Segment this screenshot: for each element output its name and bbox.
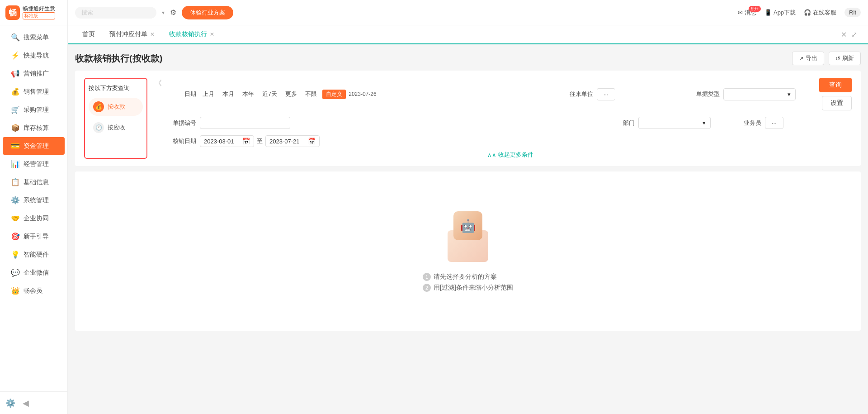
nav-label-7: 经营管理 <box>24 160 49 168</box>
message-icon: ✉ <box>738 9 743 16</box>
logo-icon: 畅 <box>5 5 20 20</box>
no-limit-btn[interactable]: 不限 <box>302 89 320 99</box>
nav-label-13: 企业微信 <box>24 269 49 277</box>
page-content: 收款核销执行(按收款) ↗ 导出 ↺ 刷新 按以下方案查询 💰 按收款 <box>68 44 868 414</box>
sidebar-item-10[interactable]: 🤝企业协同 <box>3 209 65 227</box>
sidebar-item-7[interactable]: 📊经营管理 <box>3 155 65 173</box>
sidebar-item-5[interactable]: 📦库存核算 <box>3 119 65 137</box>
app-download-btn[interactable]: 📱 App下载 <box>764 9 796 17</box>
nav-label-4: 采购管理 <box>24 106 49 114</box>
tab-2[interactable]: 收款核销执行✕ <box>162 25 222 44</box>
collapse-more-btn[interactable]: ∧∧ 收起更多条件 <box>169 151 852 159</box>
empty-hints: 1 请先选择要分析的方案 2 用[过滤]条件来缩小分析范围 <box>423 273 513 295</box>
filter-by-receivable[interactable]: 🕐 按应收 <box>89 119 143 137</box>
gear-icon[interactable]: ⚙ <box>170 8 176 17</box>
calendar-start-icon[interactable]: 📅 <box>242 138 250 145</box>
tab-0[interactable]: 首页 <box>75 25 102 44</box>
nav-label-14: 畅会员 <box>24 287 42 295</box>
filter-collapse-icon[interactable]: 《 <box>155 79 162 88</box>
online-service-btn[interactable]: 🎧 在线客服 <box>804 9 836 17</box>
settings-btn[interactable]: 设置 <box>822 96 852 110</box>
nav-label-0: 搜索菜单 <box>24 33 49 42</box>
sidebar-item-12[interactable]: 💡智能硬件 <box>3 246 65 263</box>
date-value: 2023-07-26 <box>349 91 376 97</box>
dept-select[interactable]: ▾ <box>638 117 711 129</box>
this-year-btn[interactable]: 本年 <box>240 89 257 99</box>
nav-label-9: 系统管理 <box>24 196 49 205</box>
filter-actions: 查询 设置 <box>819 78 852 110</box>
close-window-icon[interactable]: ✕ <box>841 30 847 39</box>
page-title-bar: 收款核销执行(按收款) ↗ 导出 ↺ 刷新 <box>75 52 861 65</box>
counterpart-label: 往来单位 <box>557 90 593 98</box>
filter-receipt-label: 按收款 <box>108 103 125 111</box>
sidebar-item-9[interactable]: ⚙️系统管理 <box>3 191 65 209</box>
tab-close-1[interactable]: ✕ <box>150 31 155 38</box>
logo-name: 畅捷通好生意 <box>23 5 55 13</box>
voucher-no-input[interactable] <box>200 117 290 129</box>
header-actions: ✉ 消息 99+ 📱 App下载 🎧 在线客服 Rit <box>738 8 861 17</box>
nav-label-12: 智能硬件 <box>24 251 49 259</box>
tab-bar: 首页预付冲应付单✕收款核销执行✕ ✕ ⤢ <box>68 25 868 44</box>
verify-date-start-input[interactable]: 2023-03-01 📅 <box>200 135 254 147</box>
title-actions: ↗ 导出 ↺ 刷新 <box>792 52 861 65</box>
sidebar: 畅 畅捷通好生意 标准版 🔍搜索菜单⚡快捷导航📢营销推广💰销售管理🛒采购管理📦库… <box>0 0 68 414</box>
nav-icon-1: ⚡ <box>11 51 20 60</box>
nav-icon-0: 🔍 <box>11 33 20 42</box>
tab-1[interactable]: 预付冲应付单✕ <box>102 25 162 44</box>
sidebar-item-0[interactable]: 🔍搜索菜单 <box>3 29 65 46</box>
maximize-icon[interactable]: ⤢ <box>851 30 857 39</box>
filter-row-2: 单据编号 部门 ▾ 业务员 ··· <box>169 117 852 129</box>
page-title: 收款核销执行(按收款) <box>75 52 162 65</box>
chevron-down-icon[interactable]: ▾ <box>162 10 165 16</box>
filter-panel-title: 按以下方案查询 <box>89 84 143 92</box>
export-btn[interactable]: ↗ 导出 <box>792 52 824 65</box>
collapse-sidebar-icon[interactable]: ◀ <box>23 398 29 408</box>
sidebar-item-13[interactable]: 💬企业微信 <box>3 264 65 281</box>
verify-date-end-input[interactable]: 2023-07-21 📅 <box>265 135 320 147</box>
verify-date-label: 核销日期 <box>169 137 196 145</box>
voucher-type-select[interactable]: ▾ <box>723 88 796 100</box>
last-month-btn[interactable]: 上月 <box>200 89 217 99</box>
refresh-label: 刷新 <box>842 54 854 62</box>
sidebar-item-3[interactable]: 💰销售管理 <box>3 83 65 100</box>
query-btn[interactable]: 查询 <box>819 78 852 92</box>
voucher-type-label: 单据类型 <box>684 90 720 98</box>
counterpart-input[interactable]: ··· <box>597 88 615 100</box>
industry-btn[interactable]: 休验行业方案 <box>182 6 233 19</box>
nav-label-6: 资金管理 <box>24 142 49 150</box>
nav-label-5: 库存核算 <box>24 124 49 132</box>
hint-num-2: 2 <box>423 284 431 292</box>
user-avatar[interactable]: Rit <box>844 8 861 17</box>
nav-icon-3: 💰 <box>11 87 20 96</box>
dept-arrow-icon: ▾ <box>703 119 706 126</box>
hint-num-1: 1 <box>423 273 431 281</box>
nav-icon-8: 📋 <box>11 178 20 186</box>
sidebar-item-14[interactable]: 👑畅会员 <box>3 282 65 300</box>
sidebar-item-11[interactable]: 🎯新手引导 <box>3 228 65 245</box>
sidebar-item-6[interactable]: 💳资金管理 <box>3 137 65 155</box>
filter-by-receipt[interactable]: 💰 按收款 <box>89 98 143 116</box>
this-month-btn[interactable]: 本月 <box>220 89 237 99</box>
sidebar-item-8[interactable]: 📋基础信息 <box>3 173 65 191</box>
settings-icon[interactable]: ⚙️ <box>5 398 15 408</box>
tab-close-2[interactable]: ✕ <box>210 31 214 38</box>
empty-illustration: 🤖 <box>441 208 495 262</box>
verify-date-range: 2023-03-01 📅 至 2023-07-21 📅 <box>200 135 320 147</box>
nav-icon-11: 🎯 <box>11 232 20 241</box>
date-label: 日期 <box>169 90 196 98</box>
last-7-days-btn[interactable]: 近7天 <box>259 89 280 99</box>
nav-label-1: 快捷导航 <box>24 52 49 60</box>
message-btn[interactable]: ✉ 消息 99+ <box>738 9 756 17</box>
sidebar-item-2[interactable]: 📢营销推广 <box>3 65 65 82</box>
calendar-end-icon[interactable]: 📅 <box>308 138 316 145</box>
header-search[interactable]: 搜索 <box>75 7 156 19</box>
sidebar-item-1[interactable]: ⚡快捷导航 <box>3 47 65 64</box>
counterpart-field: 往来单位 ··· <box>557 88 675 100</box>
refresh-btn[interactable]: ↺ 刷新 <box>829 52 861 65</box>
nav-label-3: 销售管理 <box>24 88 49 96</box>
staff-input[interactable]: ··· <box>765 117 783 129</box>
more-btn[interactable]: 更多 <box>283 89 300 99</box>
nav-icon-10: 🤝 <box>11 214 20 223</box>
filter-panel: 按以下方案查询 💰 按收款 🕐 按应收 《 日期 <box>75 71 861 166</box>
sidebar-item-4[interactable]: 🛒采购管理 <box>3 101 65 119</box>
